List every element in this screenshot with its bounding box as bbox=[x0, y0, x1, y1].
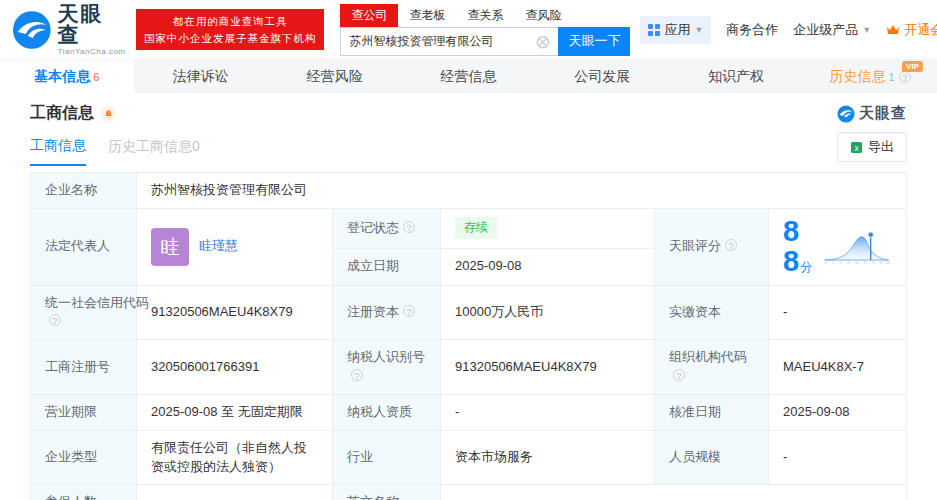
tab-legal-litigation[interactable]: 法律诉讼 bbox=[134, 60, 268, 93]
reg-status-value: 存续 bbox=[441, 208, 655, 248]
reg-number-label: 工商注册号 bbox=[31, 340, 137, 395]
brand-name: 天眼查 bbox=[58, 3, 126, 45]
vip-badge: VIP bbox=[902, 61, 923, 72]
search-tab-relation[interactable]: 查关系 bbox=[456, 4, 514, 27]
insured-count-label: 参保人数 bbox=[31, 485, 137, 500]
tianyan-score-cell[interactable]: 88分 0 1 5 bbox=[769, 208, 907, 285]
tab-intellectual-property[interactable]: 知识产权 bbox=[669, 60, 803, 93]
taxpayer-quality-value: - bbox=[441, 394, 655, 430]
svg-text:1: 1 bbox=[832, 261, 834, 265]
tab-label: 经营信息 bbox=[441, 68, 497, 86]
brand-domain: TianYanCha.com bbox=[58, 48, 126, 56]
tab-label: 知识产权 bbox=[708, 68, 764, 86]
score-curve-chart: 0 1 5 25 50 65 75 95 100 bbox=[822, 221, 892, 273]
tab-operating-risk[interactable]: 经营风险 bbox=[268, 60, 402, 93]
avatar[interactable]: 眭 bbox=[151, 228, 189, 266]
status-badge: 存续 bbox=[455, 217, 497, 238]
subtab-business-info[interactable]: 工商信息 bbox=[30, 137, 86, 166]
question-icon[interactable]: ? bbox=[673, 369, 685, 381]
svg-text:65: 65 bbox=[864, 261, 868, 265]
company-type-value: 有限责任公司（非自然人投资或控股的法人独资） bbox=[137, 430, 333, 485]
business-coop-link[interactable]: 商务合作 bbox=[726, 21, 778, 39]
reg-capital-label: 注册资本? bbox=[333, 285, 441, 340]
approval-date-value: 2025-09-08 bbox=[769, 394, 907, 430]
tab-company-development[interactable]: 公司发展 bbox=[535, 60, 669, 93]
business-term-label: 营业期限 bbox=[31, 394, 137, 430]
subscribe-bell-icon[interactable] bbox=[100, 106, 116, 122]
excel-icon: x bbox=[850, 141, 863, 154]
tab-count: 1 bbox=[889, 71, 895, 83]
table-row: 营业期限 2025-09-08 至 无固定期限 纳税人资质 - 核准日期 202… bbox=[31, 394, 907, 430]
tab-label: 公司发展 bbox=[574, 68, 630, 86]
question-icon[interactable]: ? bbox=[403, 305, 415, 317]
search-input[interactable] bbox=[340, 27, 558, 56]
subtab-history-business-info[interactable]: 历史工商信息0 bbox=[108, 138, 200, 165]
label-text: 注册资本 bbox=[347, 304, 399, 319]
table-row: 企业类型 有限责任公司（非自然人投资或控股的法人独资） 行业 资本市场服务 人员… bbox=[31, 430, 907, 485]
subtab-bar: 工商信息 历史工商信息0 x 导出 bbox=[0, 128, 937, 166]
svg-text:5: 5 bbox=[840, 261, 842, 265]
question-icon[interactable]: ? bbox=[351, 369, 363, 381]
tab-operating-info[interactable]: 经营信息 bbox=[402, 60, 536, 93]
company-type-label: 企业类型 bbox=[31, 430, 137, 485]
table-row: 统一社会信用代码? 91320506MAEU4K8X79 注册资本? 10000… bbox=[31, 285, 907, 340]
open-vip-menu[interactable]: 开通会员 ▼ bbox=[886, 21, 937, 39]
search-tab-risk[interactable]: 查风险 bbox=[514, 4, 572, 27]
reg-number-value: 320506001766391 bbox=[137, 340, 333, 395]
question-icon[interactable]: ? bbox=[49, 314, 61, 326]
enterprise-products-menu[interactable]: 企业级产品 ▼ bbox=[793, 21, 871, 39]
table-row: 工商注册号 320506001766391 纳税人识别号? 91320506MA… bbox=[31, 340, 907, 395]
apps-menu[interactable]: 应用 ▼ bbox=[640, 16, 711, 44]
business-term-value: 2025-09-08 至 无固定期限 bbox=[137, 394, 333, 430]
svg-text:25: 25 bbox=[847, 261, 851, 265]
svg-text:0: 0 bbox=[825, 261, 827, 265]
label-text: 天眼评分 bbox=[669, 238, 721, 253]
industry-value: 资本市场服务 bbox=[441, 430, 655, 485]
top-header: 天眼查 TianYanCha.com 都在用的商业查询工具 国家中小企业发展子基… bbox=[0, 0, 937, 60]
establish-date-value: 2025-09-08 bbox=[441, 248, 655, 285]
taxpayer-id-label: 纳税人识别号? bbox=[333, 340, 441, 395]
tab-basic-info[interactable]: 基本信息 6 bbox=[0, 60, 134, 93]
reg-status-label: 登记状态? bbox=[333, 208, 441, 248]
watermark-logo: 天眼查 bbox=[837, 104, 907, 123]
apps-label: 应用 bbox=[664, 21, 690, 39]
slogan-line1: 都在用的商业查询工具 bbox=[144, 13, 317, 30]
tab-label: 历史信息 bbox=[830, 68, 886, 86]
credit-code-label: 统一社会信用代码? bbox=[31, 285, 137, 340]
legal-rep-link[interactable]: 眭瑾慧 bbox=[199, 237, 238, 256]
enterprise-label: 企业级产品 bbox=[793, 21, 858, 39]
tianyancha-eye-icon bbox=[837, 105, 855, 123]
tianyan-score-label: 天眼评分? bbox=[655, 208, 769, 285]
search-tab-boss[interactable]: 查老板 bbox=[398, 4, 456, 27]
svg-text:50: 50 bbox=[855, 261, 859, 265]
tab-label: 法律诉讼 bbox=[173, 68, 229, 86]
chevron-down-icon: ▼ bbox=[694, 25, 703, 35]
staff-size-label: 人员规模 bbox=[655, 430, 769, 485]
question-icon[interactable]: ? bbox=[403, 221, 415, 233]
legal-rep-cell: 眭 眭瑾慧 bbox=[137, 208, 333, 285]
section-header: 工商信息 天眼查 bbox=[0, 93, 937, 128]
company-name-value: 苏州智核投资管理有限公司 bbox=[137, 173, 907, 209]
search-tab-company[interactable]: 查公司 bbox=[340, 4, 398, 27]
clear-icon[interactable]: ⨂ bbox=[536, 27, 558, 56]
tab-history-info[interactable]: VIP 历史信息 1 ? bbox=[803, 60, 937, 93]
search-button[interactable]: 天眼一下 bbox=[558, 27, 630, 56]
tab-label: 基本信息 bbox=[34, 68, 90, 86]
paid-capital-label: 实缴资本 bbox=[655, 285, 769, 340]
insured-count-value: - bbox=[137, 485, 333, 500]
legal-rep-label: 法定代表人 bbox=[31, 208, 137, 285]
score-value: 88 bbox=[783, 215, 799, 277]
establish-date-label: 成立日期 bbox=[333, 248, 441, 285]
question-icon[interactable]: ? bbox=[725, 239, 737, 251]
search-box: 查公司 查老板 查关系 查风险 ⨂ 天眼一下 bbox=[340, 4, 630, 56]
question-icon[interactable]: ? bbox=[899, 71, 911, 83]
brand-logo[interactable]: 天眼查 TianYanCha.com bbox=[12, 3, 126, 56]
section-title: 工商信息 bbox=[30, 103, 94, 124]
taxpayer-id-value: 91320506MAEU4K8X79 bbox=[441, 340, 655, 395]
svg-text:75: 75 bbox=[872, 261, 876, 265]
search-tabs: 查公司 查老板 查关系 查风险 bbox=[340, 4, 630, 27]
tianyancha-eye-icon bbox=[12, 10, 52, 50]
business-info-table: 企业名称 苏州智核投资管理有限公司 法定代表人 眭 眭瑾慧 登记状态? 存续 天… bbox=[30, 172, 907, 500]
label-text: 组织机构代码 bbox=[669, 349, 747, 364]
export-button[interactable]: x 导出 bbox=[837, 132, 907, 162]
